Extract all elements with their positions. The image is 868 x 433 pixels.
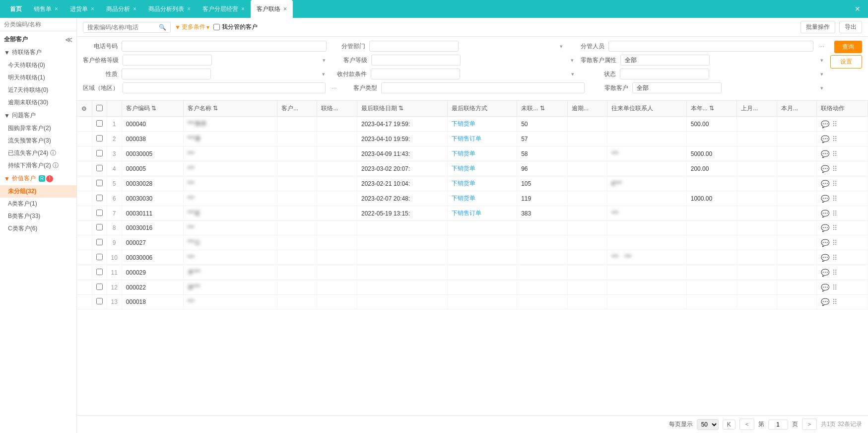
row-checkbox[interactable]: [96, 239, 103, 245]
region-more-btn[interactable]: ···: [330, 84, 338, 91]
dept-select[interactable]: [369, 41, 459, 52]
sidebar-item-ungroup[interactable]: 未分组(32): [0, 185, 76, 198]
message-icon[interactable]: 💬: [821, 135, 829, 143]
status-select[interactable]: [620, 69, 709, 79]
nav-close-btn[interactable]: ×: [851, 4, 864, 14]
sidebar-search-input[interactable]: [4, 21, 77, 28]
grid-icon[interactable]: ⠿: [832, 298, 837, 306]
row-checkbox[interactable]: [96, 254, 103, 260]
nav-tab-product-analysis[interactable]: 商品分析 ×: [100, 0, 142, 18]
contact-way-link[interactable]: 下销售订单: [452, 210, 481, 216]
nav-tab-customer-segment-close[interactable]: ×: [241, 5, 245, 12]
region-input[interactable]: [123, 82, 326, 93]
col-this-year[interactable]: 本年... ⇅: [686, 101, 737, 117]
nav-tab-customer-contact-close[interactable]: ×: [283, 5, 287, 12]
page-input[interactable]: [768, 420, 788, 430]
manager-input[interactable]: [608, 41, 813, 52]
manager-more-btn[interactable]: ···: [817, 43, 826, 50]
contact-way-link[interactable]: 下销货单: [452, 195, 475, 202]
row-checkbox[interactable]: [96, 180, 103, 186]
price-level-select[interactable]: [123, 55, 212, 66]
message-icon[interactable]: 💬: [821, 284, 829, 291]
message-icon[interactable]: 💬: [821, 269, 829, 277]
row-checkbox[interactable]: [96, 210, 103, 216]
sidebar-price-header[interactable]: ▼ 价值客户 R !: [0, 172, 76, 185]
sidebar-item-c-class[interactable]: C类客户(6): [0, 222, 76, 235]
col-no-contact[interactable]: 未联... ⇅: [517, 101, 568, 117]
settings-icon[interactable]: ⚙: [81, 105, 87, 112]
payment-select[interactable]: [371, 69, 460, 79]
grid-icon[interactable]: ⠿: [832, 135, 837, 143]
nav-tab-customer-contact[interactable]: 客户联络 ×: [251, 0, 293, 18]
cell-last-way[interactable]: [447, 295, 517, 309]
sidebar-all-customers[interactable]: 全部客户 ≪: [0, 31, 76, 46]
message-icon[interactable]: 💬: [821, 224, 829, 232]
cell-last-way[interactable]: 下销货单: [447, 176, 517, 191]
retail-customer-select[interactable]: 全部: [632, 82, 722, 93]
row-checkbox[interactable]: [96, 284, 103, 290]
phone-input[interactable]: [122, 41, 327, 52]
contact-way-link[interactable]: 下销货单: [452, 180, 475, 187]
grid-icon[interactable]: ⠿: [832, 254, 837, 262]
message-icon[interactable]: 💬: [821, 150, 829, 158]
per-page-select[interactable]: 50: [697, 419, 719, 430]
nav-tab-purchase-close[interactable]: ×: [91, 5, 94, 12]
grid-icon[interactable]: ⠿: [832, 180, 837, 188]
grid-icon[interactable]: ⠿: [832, 120, 837, 128]
row-checkbox[interactable]: [96, 120, 103, 127]
message-icon[interactable]: 💬: [821, 298, 829, 306]
retail-attr-select[interactable]: 全部: [620, 55, 710, 66]
sidebar-item-declining[interactable]: 持续下滑客户(2) ⓘ: [0, 159, 76, 172]
row-checkbox[interactable]: [96, 224, 103, 230]
export-button[interactable]: 导出: [839, 21, 862, 33]
cell-last-way[interactable]: [447, 250, 517, 265]
grid-icon[interactable]: ⠿: [832, 239, 837, 247]
cell-last-way[interactable]: 下销售订单: [447, 206, 517, 221]
sidebar-item-today[interactable]: 今天待联络(0): [0, 59, 76, 72]
grid-icon[interactable]: ⠿: [832, 150, 837, 158]
grid-icon[interactable]: ⠿: [832, 210, 837, 217]
row-checkbox[interactable]: [96, 150, 103, 156]
sidebar-item-overdue[interactable]: 逾期未联络(30): [0, 96, 76, 109]
message-icon[interactable]: 💬: [821, 210, 829, 217]
sidebar-collapse-icon[interactable]: ≪: [65, 36, 72, 44]
cell-last-way[interactable]: 下销货单: [447, 117, 517, 132]
row-checkbox[interactable]: [96, 135, 103, 142]
filter-search-input[interactable]: [87, 24, 157, 31]
my-customers-checkbox[interactable]: [213, 24, 220, 30]
contact-way-link[interactable]: 下销货单: [452, 150, 475, 157]
cell-last-way[interactable]: 下销货单: [447, 146, 517, 161]
grid-icon[interactable]: ⠿: [832, 269, 837, 277]
filter-search-icon[interactable]: 🔍: [159, 24, 166, 31]
sidebar-item-lost[interactable]: 已流失客户(24) ⓘ: [0, 147, 76, 159]
nav-tab-sales-close[interactable]: ×: [55, 5, 58, 12]
contact-way-link[interactable]: 下销售订单: [452, 135, 481, 142]
select-all-checkbox[interactable]: [96, 105, 103, 111]
next-page-btn[interactable]: ＞: [802, 419, 817, 430]
row-checkbox[interactable]: [96, 269, 103, 275]
cell-last-way[interactable]: [447, 265, 517, 280]
sidebar-item-b-class[interactable]: B类客户(33): [0, 210, 76, 222]
grid-icon[interactable]: ⠿: [832, 165, 837, 173]
col-last-date[interactable]: 最后联络日期 ⇅: [357, 101, 448, 117]
cell-last-way[interactable]: 下销货单: [447, 191, 517, 206]
grid-icon[interactable]: ⠿: [832, 224, 837, 232]
cell-last-way[interactable]: [447, 221, 517, 235]
nav-tab-customer-segment[interactable]: 客户分层经营 ×: [197, 0, 251, 18]
sidebar-item-7days[interactable]: 近7天待联络(0): [0, 84, 76, 96]
nav-tab-sales[interactable]: 销售单 ×: [28, 0, 64, 18]
sidebar-problem-header[interactable]: ▼ 问题客户: [0, 109, 76, 122]
query-button[interactable]: 查询: [834, 41, 862, 53]
contact-way-link[interactable]: 下销货单: [452, 120, 475, 127]
sidebar-item-at-risk[interactable]: 流失预警客户(3): [0, 135, 76, 147]
col-name[interactable]: 客户名称 ⇅: [183, 101, 277, 117]
grid-icon[interactable]: ⠿: [832, 284, 837, 291]
message-icon[interactable]: 💬: [821, 254, 829, 262]
row-checkbox[interactable]: [96, 195, 103, 201]
nav-tab-home[interactable]: 首页: [4, 0, 28, 18]
sidebar-item-tomorrow[interactable]: 明天待联络(1): [0, 72, 76, 84]
sidebar-item-a-class[interactable]: A类客户(1): [0, 198, 76, 210]
cell-last-way[interactable]: 下销货单: [447, 161, 517, 176]
cell-last-way[interactable]: 下销售订单: [447, 132, 517, 146]
contact-way-link[interactable]: 下销货单: [452, 165, 475, 172]
